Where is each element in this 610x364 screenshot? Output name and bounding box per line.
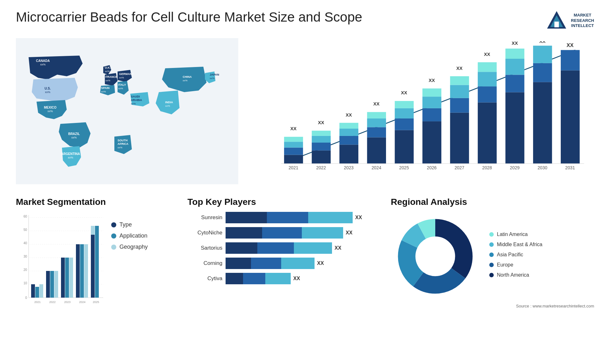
kp-seg2 [251, 258, 281, 269]
svg-text:MEXICO: MEXICO [44, 106, 57, 109]
svg-rect-120 [39, 284, 43, 298]
kp-label-sunresin: Sunresin [187, 214, 222, 221]
svg-text:10: 10 [24, 281, 27, 285]
svg-text:XX: XX [429, 78, 435, 83]
kp-seg1 [226, 212, 267, 223]
svg-text:50: 50 [24, 228, 27, 232]
kp-seg3 [265, 273, 291, 284]
svg-text:2022: 2022 [49, 300, 56, 304]
geography-label: Geography [119, 244, 148, 250]
svg-text:FRANCE: FRANCE [105, 75, 118, 78]
svg-text:2024: 2024 [79, 300, 85, 304]
svg-rect-50 [339, 129, 358, 136]
svg-text:2021: 2021 [34, 300, 41, 304]
svg-rect-63 [423, 121, 442, 164]
svg-rect-75 [478, 72, 497, 86]
svg-rect-56 [367, 112, 386, 118]
svg-rect-41 [284, 137, 303, 142]
rl-europe: Europe [489, 262, 542, 268]
svg-rect-122 [46, 271, 50, 298]
kp-bar-inner-sunresin [226, 212, 353, 223]
svg-text:2028: 2028 [482, 165, 492, 170]
svg-rect-55 [367, 118, 386, 127]
kp-bar-sartorius: XX [226, 242, 391, 254]
svg-text:2030: 2030 [538, 165, 547, 170]
regional-section: Regional Analysis [391, 197, 594, 334]
svg-text:XX: XX [484, 52, 490, 57]
svg-rect-38 [284, 155, 303, 164]
svg-text:AFRICA: AFRICA [118, 142, 128, 145]
svg-rect-78 [505, 92, 525, 164]
svg-text:xx%: xx% [210, 77, 214, 80]
svg-text:xx%: xx% [40, 63, 45, 66]
svg-text:GERMANY: GERMANY [119, 72, 134, 76]
kp-seg3 [302, 227, 343, 239]
logo-container: MARKET RESEARCH INTELLECT [546, 10, 594, 32]
svg-rect-40 [284, 142, 303, 147]
kp-bar-inner-cytiva [226, 273, 291, 284]
svg-text:xx%: xx% [101, 90, 106, 93]
svg-text:xx%: xx% [131, 102, 136, 105]
world-map: CANADA xx% U.S. xx% MEXICO xx% BRAZIL xx… [16, 38, 238, 184]
svg-text:SAUDI: SAUDI [131, 95, 140, 98]
svg-rect-71 [450, 76, 469, 85]
kp-row-cytoniche: CytoNiche XX [187, 227, 391, 239]
svg-rect-88 [561, 50, 580, 71]
svg-rect-2 [554, 22, 559, 27]
rl-asia: Asia Pacific [489, 252, 542, 258]
rl-dot-asia [489, 253, 494, 257]
svg-rect-70 [450, 85, 469, 98]
seg-chart-wrap: 0 10 20 30 40 [16, 212, 105, 315]
svg-rect-49 [339, 136, 358, 145]
svg-text:BRAZIL: BRAZIL [68, 132, 80, 136]
regional-title: Regional Analysis [391, 197, 594, 207]
page-title: Microcarrier Beads for Cell Culture Mark… [16, 10, 362, 25]
bottom-section: Market Segmentation 0 10 [16, 197, 594, 334]
rl-latin-america: Latin America [489, 232, 542, 237]
svg-rect-68 [450, 113, 469, 164]
svg-text:U.K.: U.K. [105, 66, 111, 69]
svg-text:JAPAN: JAPAN [210, 73, 219, 76]
svg-rect-74 [478, 86, 497, 102]
svg-rect-85 [533, 46, 552, 63]
kp-row-corning: Corning XX [187, 258, 391, 269]
top-section: CANADA xx% U.S. xx% MEXICO xx% BRAZIL xx… [16, 38, 594, 184]
svg-rect-64 [423, 108, 442, 121]
svg-rect-46 [312, 131, 331, 136]
segmentation-title: Market Segmentation [16, 197, 187, 207]
type-label: Type [119, 221, 132, 228]
svg-text:2029: 2029 [510, 165, 520, 170]
svg-rect-123 [50, 271, 54, 298]
svg-rect-48 [339, 145, 358, 164]
svg-text:2021: 2021 [288, 165, 298, 170]
logo-icon [546, 10, 568, 32]
application-dot [111, 233, 116, 239]
svg-text:xx%: xx% [105, 70, 110, 73]
rl-label-latin: Latin America [497, 232, 528, 237]
svg-text:40: 40 [24, 241, 27, 245]
rl-dot-na [489, 273, 494, 277]
rl-label-na: North America [497, 272, 529, 278]
svg-text:XX: XX [512, 41, 518, 46]
svg-rect-119 [35, 287, 39, 298]
kp-xx-cytoniche: XX [346, 230, 352, 236]
svg-text:XX: XX [456, 66, 463, 71]
regional-legend: Latin America Middle East & Africa Asia … [489, 232, 542, 282]
svg-text:30: 30 [24, 255, 27, 258]
donut-wrap [391, 212, 480, 302]
key-players-title: Top Key Players [187, 197, 391, 207]
kp-seg1 [226, 258, 251, 269]
svg-rect-73 [478, 103, 497, 164]
svg-text:xx%: xx% [71, 136, 77, 139]
kp-seg2 [267, 212, 308, 223]
application-label: Application [119, 233, 147, 239]
kp-seg2 [262, 227, 302, 239]
svg-rect-84 [533, 63, 552, 82]
svg-text:ARABIA: ARABIA [131, 98, 142, 102]
segmentation-section: Market Segmentation 0 10 [16, 197, 187, 334]
svg-text:2023: 2023 [64, 300, 71, 304]
seg-legend-application: Application [111, 233, 148, 239]
svg-rect-69 [450, 98, 469, 113]
svg-text:ARGENTINA: ARGENTINA [61, 152, 80, 156]
seg-legend-type: Type [111, 221, 148, 228]
